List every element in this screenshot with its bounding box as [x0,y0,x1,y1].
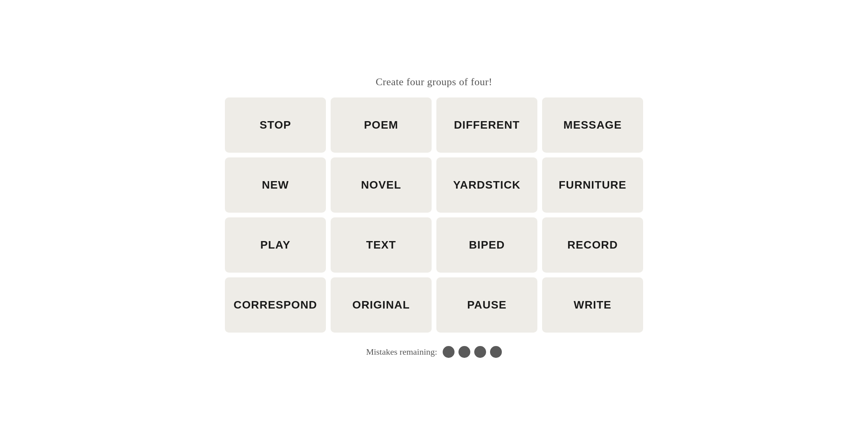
tile-label-write: WRITE [574,299,612,311]
tile-label-pause: PAUSE [467,299,507,311]
tile-pause[interactable]: PAUSE [436,277,537,333]
tile-label-text: TEXT [366,239,396,251]
tile-label-stop: STOP [260,119,291,131]
tile-write[interactable]: WRITE [542,277,643,333]
tile-label-play: PLAY [260,239,291,251]
tile-label-message: MESSAGE [563,119,622,131]
mistake-dot-4 [490,346,502,358]
tile-poem[interactable]: POEM [331,97,432,153]
mistake-dot-3 [474,346,486,358]
mistakes-label: Mistakes remaining: [366,347,437,357]
tile-original[interactable]: ORIGINAL [331,277,432,333]
tile-label-biped: BIPED [469,239,505,251]
tile-label-yardstick: YARDSTICK [453,179,521,191]
tile-label-record: RECORD [567,239,618,251]
tile-biped[interactable]: BIPED [436,217,537,273]
tile-different[interactable]: DIFFERENT [436,97,537,153]
tile-text[interactable]: TEXT [331,217,432,273]
tile-label-correspond: CORRESPOND [234,299,317,311]
tile-label-furniture: FURNITURE [559,179,627,191]
tile-record[interactable]: RECORD [542,217,643,273]
mistake-dot-1 [443,346,455,358]
tile-label-new: NEW [262,179,289,191]
tile-label-poem: POEM [364,119,398,131]
tile-message[interactable]: MESSAGE [542,97,643,153]
tile-stop[interactable]: STOP [225,97,326,153]
tile-label-different: DIFFERENT [454,119,520,131]
mistakes-dots [443,346,502,358]
tile-label-novel: NOVEL [361,179,401,191]
tile-novel[interactable]: NOVEL [331,157,432,213]
word-grid: STOPPOEMDIFFERENTMESSAGENEWNOVELYARDSTIC… [225,97,643,333]
tile-play[interactable]: PLAY [225,217,326,273]
mistake-dot-2 [458,346,470,358]
tile-new[interactable]: NEW [225,157,326,213]
tile-yardstick[interactable]: YARDSTICK [436,157,537,213]
tile-label-original: ORIGINAL [352,299,410,311]
tile-correspond[interactable]: CORRESPOND [225,277,326,333]
subtitle: Create four groups of four! [376,76,492,88]
tile-furniture[interactable]: FURNITURE [542,157,643,213]
game-container: Create four groups of four! STOPPOEMDIFF… [217,76,651,358]
mistakes-row: Mistakes remaining: [366,346,502,358]
